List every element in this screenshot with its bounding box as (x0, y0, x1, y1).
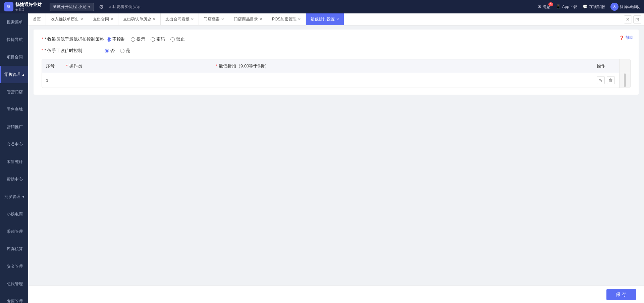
th-min-discount: * 最低折扣（9.00等于9折） (212, 59, 592, 73)
tab-store-product-catalog[interactable]: 门店商品目录 ✕ (229, 13, 267, 26)
sidebar-item-retail-mgmt[interactable]: 零售管理 ▲ (0, 66, 28, 83)
discount-table: 序号 * 操作员 * 最低折扣（9.00等于9折） 操作 (42, 59, 630, 88)
tab-payment-close-icon[interactable]: ✕ (110, 17, 113, 21)
logo-text-group: 畅捷通好业财 专业版 (15, 2, 42, 12)
logo-sub: 专业版 (15, 8, 42, 12)
app-download-icon: 📱 (556, 4, 561, 9)
table-scrollbar-thumb (624, 73, 626, 87)
project-contract-label: 项目合同 (7, 54, 23, 60)
table-row: 1 ✎ 🗑 (42, 73, 630, 88)
policy-radio-no-control[interactable]: 不控制 (107, 36, 125, 42)
search-menu-label: 搜索菜单 (7, 19, 23, 25)
policy-radio-ban-input[interactable] (170, 37, 175, 42)
policy-radio-no-control-input[interactable] (107, 37, 111, 42)
tab-min-discount-close-icon[interactable]: ✕ (336, 17, 339, 21)
policy-radio-password-label: 密码 (156, 36, 165, 42)
invoice-mgmt-label: 发票管理 (7, 299, 23, 303)
tab-min-discount[interactable]: 最低折扣设置 ✕ (306, 13, 344, 26)
td-operator (62, 73, 212, 88)
retail-mgmt-arrow: ▲ (22, 73, 25, 77)
tab-payment-confirm-history[interactable]: 支出确认单历史 ✕ (118, 13, 161, 26)
policy-radio-hint[interactable]: 提示 (131, 36, 145, 42)
manual-radio-yes-input[interactable] (120, 49, 124, 53)
tab-board-close-icon[interactable]: ✕ (191, 17, 194, 21)
manual-radio-no-label: 否 (110, 48, 115, 54)
project-selector-arrow: ▼ (88, 5, 91, 9)
tab-pos-label: POS加密管理 (272, 16, 297, 22)
sidebar-item-member-center[interactable]: 会员中心 (0, 136, 28, 153)
delete-row-button[interactable]: 🗑 (607, 76, 615, 84)
sidebar-item-help-center[interactable]: 帮助中心 (0, 170, 28, 188)
tab-income-close-icon[interactable]: ✕ (80, 17, 83, 21)
tab-payment-confirm-close-icon[interactable]: ✕ (153, 17, 156, 21)
sidebar-item-retail-stats[interactable]: 零售统计 (0, 153, 28, 170)
sidebar-item-wholesale-mgmt[interactable]: 批发管理 ▼ (0, 188, 28, 205)
tab-payment-confirm-label: 支出确认单历史 (123, 16, 151, 22)
tab-home[interactable]: 首页 (28, 13, 46, 26)
wholesale-mgmt-label: 批发管理 (4, 194, 20, 200)
tab-store-file[interactable]: 门店档案 ✕ (199, 13, 229, 26)
messages-icon: ✉ (538, 4, 541, 9)
sidebar-item-inventory[interactable]: 库存核算 (0, 240, 28, 258)
policy-label-text: * 收银员低于最低折扣控制策略 (45, 37, 104, 42)
tab-close-btn[interactable]: ✕ (624, 15, 632, 23)
data-table-container: 序号 * 操作员 * 最低折扣（9.00等于9折） 操作 (42, 59, 631, 88)
tab-store-file-label: 门店档案 (204, 16, 220, 22)
user-avatar: 人 (610, 3, 619, 11)
policy-radio-hint-label: 提示 (137, 36, 145, 42)
manual-radio-no-input[interactable] (105, 49, 109, 53)
tab-payment-contract[interactable]: 支出合同 ✕ (88, 13, 118, 26)
sidebar-item-quick-nav[interactable]: 快捷导航 (0, 31, 28, 48)
manual-radio-yes[interactable]: 是 (120, 48, 130, 54)
user-area[interactable]: 人 徐泽华修改 (610, 3, 640, 11)
topbar-left: 财 畅捷通好业财 专业版 测试分开流程-小兄 ▼ ⚙ ○ 我要看实例演示 (4, 2, 141, 12)
sidebar-item-marketing[interactable]: 营销推广 (0, 118, 28, 136)
sidebar-item-fund-mgmt[interactable]: 资金管理 (0, 258, 28, 275)
tab-pos-close-icon[interactable]: ✕ (298, 17, 301, 21)
tab-income-label: 收入确认单历史 (51, 16, 79, 22)
manual-label-text: * 仅手工改价时控制 (45, 48, 83, 53)
policy-radio-password[interactable]: 密码 (151, 36, 165, 42)
demo-link[interactable]: ○ 我要看实例演示 (109, 4, 141, 10)
inventory-label: 库存核算 (7, 246, 23, 252)
policy-radio-hint-input[interactable] (131, 37, 135, 42)
project-selector[interactable]: 测试分开流程-小兄 ▼ (50, 3, 94, 11)
policy-radio-password-input[interactable] (151, 37, 155, 42)
policy-required-mark: * (42, 37, 45, 42)
td-seq: 1 (42, 73, 62, 88)
sidebar-item-search-menu[interactable]: 搜索菜单 (0, 13, 28, 31)
sidebar-item-project-contract[interactable]: 项目合同 (0, 48, 28, 66)
tab-store-file-close-icon[interactable]: ✕ (221, 17, 224, 21)
tab-controls: ✕ ⊡ (621, 15, 644, 23)
tab-payment-contract-board[interactable]: 支出合同看板 ✕ (161, 13, 199, 26)
sidebar-item-smart-store[interactable]: 智营门店 (0, 83, 28, 101)
tab-pos-password[interactable]: POS加密管理 ✕ (267, 13, 306, 26)
tab-catalog-close-icon[interactable]: ✕ (259, 17, 262, 21)
tab-income-confirm-history[interactable]: 收入确认单历史 ✕ (46, 13, 88, 26)
table-body: 1 ✎ 🗑 (42, 73, 630, 88)
tab-catalog-label: 门店商品目录 (234, 16, 258, 22)
tab-expand-btn[interactable]: ⊡ (633, 15, 641, 23)
help-link[interactable]: ❓ 帮助 (619, 35, 633, 41)
sidebar-item-purchase-mgmt[interactable]: 采购管理 (0, 223, 28, 240)
online-service-action[interactable]: 💬 在线客服 (583, 4, 605, 10)
sidebar-item-retail-mall[interactable]: 零售商城 (0, 101, 28, 118)
demo-link-label: 我要看实例演示 (112, 4, 141, 10)
policy-radio-ban[interactable]: 禁止 (170, 36, 185, 42)
wholesale-mgmt-arrow: ▼ (22, 195, 25, 199)
sidebar-item-accounting[interactable]: 总账管理 (0, 275, 28, 293)
edit-row-button[interactable]: ✎ (597, 76, 605, 84)
td-actions-group: ✎ 🗑 (597, 76, 615, 84)
marketing-label: 营销推广 (7, 124, 23, 130)
accounting-label: 总账管理 (7, 281, 23, 287)
tab-home-label: 首页 (33, 16, 41, 22)
topbar-settings-icon[interactable]: ⚙ (97, 2, 106, 11)
sidebar-item-invoice-mgmt[interactable]: 发票管理 (0, 293, 28, 303)
app-download-action[interactable]: 📱 App下载 (556, 4, 577, 10)
save-button[interactable]: 保 存 (606, 289, 636, 300)
project-name: 测试分开流程-小兄 (53, 4, 86, 10)
sidebar-item-ecommerce[interactable]: 小畅电商 (0, 205, 28, 223)
messages-action[interactable]: ✉ 消息 8 (538, 4, 550, 10)
manual-radio-no[interactable]: 否 (105, 48, 115, 54)
help-center-label: 帮助中心 (7, 176, 23, 182)
